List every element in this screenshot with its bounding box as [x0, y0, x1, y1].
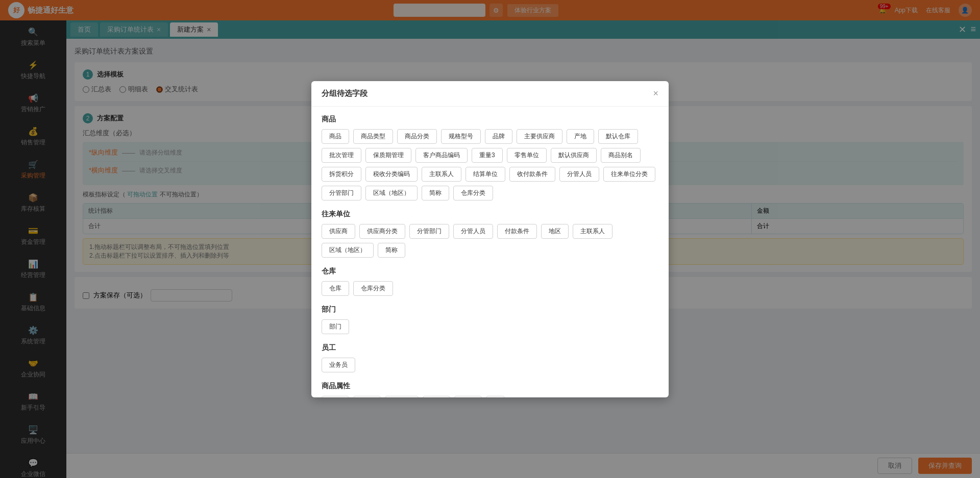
field-tag[interactable]: 鞋码: [454, 396, 482, 397]
field-tag[interactable]: 零售单位: [507, 148, 547, 163]
field-tags-往来单位: 供应商供应商分类分管部门分管人员付款条件地区主联系人区域（地区）简称: [322, 224, 658, 258]
field-tag[interactable]: 简称: [422, 186, 449, 200]
field-group-往来单位: 往来单位供应商供应商分类分管部门分管人员付款条件地区主联系人区域（地区）简称: [322, 210, 658, 258]
field-tag[interactable]: 仓库: [322, 281, 349, 296]
group-title-员工: 员工: [322, 343, 658, 353]
field-tag[interactable]: 供应商分类: [359, 224, 405, 239]
field-tag[interactable]: 仓库分类: [353, 281, 393, 296]
group-title-商品: 商品: [322, 115, 658, 124]
field-tag[interactable]: 1: [486, 396, 505, 397]
group-title-往来单位: 往来单位: [322, 210, 658, 219]
field-tag[interactable]: 默认仓库: [598, 129, 638, 144]
field-tag[interactable]: 重量3: [472, 148, 503, 163]
field-tag[interactable]: 保质期管理: [365, 148, 411, 163]
field-tag[interactable]: 商品别名: [601, 148, 641, 163]
modal-close-button[interactable]: ×: [653, 88, 658, 99]
field-tag[interactable]: 规格型号: [441, 129, 481, 144]
field-tag[interactable]: 尺码: [423, 396, 450, 397]
field-tag[interactable]: 往来单位分类: [603, 167, 655, 182]
field-tag[interactable]: 分管部门: [409, 224, 449, 239]
field-group-仓库: 仓库仓库仓库分类: [322, 267, 658, 296]
field-group-员工: 员工业务员: [322, 343, 658, 372]
field-tag[interactable]: 品牌: [485, 129, 512, 144]
field-tag[interactable]: 产地: [567, 129, 594, 144]
field-tag[interactable]: 拆货积分: [322, 167, 361, 182]
group-title-仓库: 仓库: [322, 267, 658, 276]
field-tag[interactable]: 客户商品编码: [415, 148, 468, 163]
field-tag[interactable]: 结算单位: [465, 167, 505, 182]
modal-title: 分组待选字段: [322, 89, 368, 98]
field-tags-员工: 业务员: [322, 358, 658, 372]
field-tag[interactable]: 付款条件: [497, 224, 537, 239]
field-tags-商品属性: 属性颜色多规格尺码鞋码1: [322, 396, 658, 397]
field-tag[interactable]: 主联系人: [422, 167, 461, 182]
field-tag[interactable]: 税收分类编码: [365, 167, 418, 182]
field-tag[interactable]: 收付款条件: [509, 167, 555, 182]
field-tag[interactable]: 简称: [378, 243, 405, 258]
group-title-商品属性: 商品属性: [322, 382, 658, 391]
modal-overlay: 分组待选字段 × 商品商品商品类型商品分类规格型号品牌主要供应商产地默认仓库批次…: [0, 0, 980, 478]
field-tag[interactable]: 商品: [322, 129, 349, 144]
field-group-商品: 商品商品商品类型商品分类规格型号品牌主要供应商产地默认仓库批次管理保质期管理客户…: [322, 115, 658, 200]
modal-header: 分组待选字段 ×: [311, 81, 669, 107]
modal-body: 商品商品商品类型商品分类规格型号品牌主要供应商产地默认仓库批次管理保质期管理客户…: [311, 107, 669, 397]
field-tag[interactable]: 仓库分类: [453, 186, 493, 200]
field-tag[interactable]: 商品分类: [397, 129, 437, 144]
field-tag[interactable]: 分管部门: [322, 186, 361, 200]
field-tag[interactable]: 分管人员: [559, 167, 599, 182]
field-tag[interactable]: 区域（地区）: [365, 186, 418, 200]
field-tag[interactable]: 属性: [322, 396, 349, 397]
field-tag[interactable]: 多规格: [385, 396, 419, 397]
field-tag[interactable]: 区域（地区）: [322, 243, 374, 258]
group-title-部门: 部门: [322, 305, 658, 314]
modal-dialog: 分组待选字段 × 商品商品商品类型商品分类规格型号品牌主要供应商产地默认仓库批次…: [311, 81, 669, 397]
field-tag[interactable]: 地区: [541, 224, 569, 239]
field-tag[interactable]: 部门: [322, 319, 349, 334]
field-tags-商品: 商品商品类型商品分类规格型号品牌主要供应商产地默认仓库批次管理保质期管理客户商品…: [322, 129, 658, 200]
field-tag[interactable]: 业务员: [322, 358, 355, 372]
field-tag[interactable]: 批次管理: [322, 148, 361, 163]
field-group-商品属性: 商品属性属性颜色多规格尺码鞋码1: [322, 382, 658, 397]
field-tag[interactable]: 主联系人: [573, 224, 612, 239]
field-tag[interactable]: 颜色: [353, 396, 381, 397]
field-group-部门: 部门部门: [322, 305, 658, 334]
field-tag[interactable]: 分管人员: [453, 224, 493, 239]
field-tags-仓库: 仓库仓库分类: [322, 281, 658, 296]
field-tag[interactable]: 供应商: [322, 224, 355, 239]
field-tags-部门: 部门: [322, 319, 658, 334]
field-tag[interactable]: 商品类型: [353, 129, 393, 144]
field-tag[interactable]: 默认供应商: [551, 148, 597, 163]
field-tag[interactable]: 主要供应商: [517, 129, 562, 144]
